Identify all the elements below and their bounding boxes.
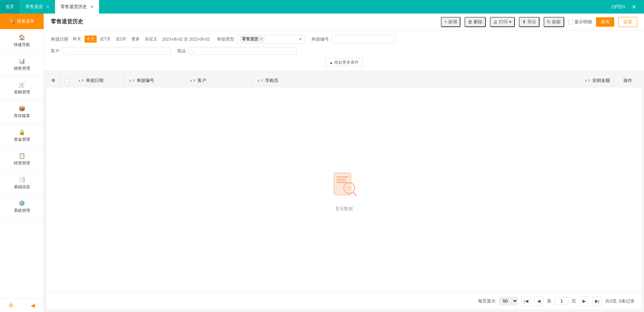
sidebar-label-system: 系统管理 xyxy=(14,208,30,214)
sidebar-label-purchase-mgmt: 采购管理 xyxy=(14,89,30,95)
search-icon: 🔍 xyxy=(9,19,15,24)
date-btn-more[interactable]: 更多 xyxy=(129,36,142,43)
retail-return-tab-label: 零售退货 xyxy=(25,4,43,10)
doc-type-select[interactable]: 零售退货 ✕ ▾ xyxy=(237,35,305,44)
svg-line-6 xyxy=(353,192,356,196)
sidebar-item-sales-mgmt[interactable]: 📊 销售管理 xyxy=(0,53,44,76)
show-detail-checkbox-group[interactable]: 显示明细 xyxy=(568,19,592,25)
next-page-button[interactable]: ▶ xyxy=(579,296,589,306)
doc-num-filter: 单据编号 xyxy=(311,35,396,43)
th-check[interactable] xyxy=(60,74,74,87)
retail-return-tab-close[interactable]: ✕ xyxy=(46,5,49,9)
date-btn-today[interactable]: 今天 xyxy=(85,36,97,43)
delete-button[interactable]: 🗑 删除 xyxy=(464,17,486,27)
tab-retail-return-history[interactable]: 零售退货历史 ✕ xyxy=(55,0,99,14)
sidebar-item-quick-nav[interactable]: 🏠 快捷导航 xyxy=(0,29,44,53)
home-icon: 🏠 xyxy=(19,34,25,41)
date-buttons: 昨天 今天 近7天 近1月 更多 自定义 xyxy=(71,36,159,43)
new-icon: + xyxy=(444,19,447,24)
sidebar-label-sales-mgmt: 销售管理 xyxy=(14,66,30,71)
collapse-button[interactable]: ▲ 收起更多条件 xyxy=(325,58,363,67)
th-customer-label: 客户 xyxy=(197,77,206,84)
export-button[interactable]: ⬆ 导出 xyxy=(519,17,540,27)
sort-icon-doc-date[interactable]: ▲▼ xyxy=(78,79,85,82)
doc-type-tag-close[interactable]: ✕ xyxy=(260,37,263,41)
print-button[interactable]: 🖨 打印 ▾ xyxy=(490,17,515,27)
svg-rect-0 xyxy=(334,173,351,195)
content-area: 零售退货历史 + 新增 🗑 删除 🖨 打印 ▾ ⬆ 导出 xyxy=(44,14,644,312)
window-close-button[interactable]: ✕ xyxy=(629,2,639,12)
page-number-input[interactable] xyxy=(555,297,568,305)
sidebar-item-finance[interactable]: 🔒 资金管理 xyxy=(0,124,44,148)
page-size-select[interactable]: 10 20 50 100 xyxy=(499,297,518,305)
doc-type-tag-value: 零售退货 xyxy=(242,36,258,42)
empty-illustration xyxy=(327,168,361,202)
th-doc-num: ▲▼ 单据编号 xyxy=(124,74,185,87)
filter-area: 单据日期 昨天 今天 近7天 近1月 更多 自定义 2023-06-02 至 2… xyxy=(44,30,644,71)
tab-home[interactable]: 首页 xyxy=(0,0,20,14)
purchase-icon: 🛒 xyxy=(19,81,25,88)
sort-icon-guide[interactable]: ▲▼ xyxy=(257,79,264,82)
sort-icon-amount[interactable]: ▲▼ xyxy=(584,79,591,82)
tab-retail-return[interactable]: 零售退货 ✕ xyxy=(20,0,55,14)
goods-select[interactable]: ... xyxy=(189,47,297,55)
sidebar-collapse-button[interactable]: ◀ xyxy=(22,298,44,312)
customer-placeholder: ... xyxy=(65,48,69,53)
empty-state: 暂无数据 xyxy=(47,87,641,292)
sidebar-settings-button[interactable]: ⚙ xyxy=(0,298,22,312)
customer-label: 客户 xyxy=(51,48,59,54)
new-label: 新增 xyxy=(448,19,457,25)
refresh-button[interactable]: ↻ 刷新 xyxy=(544,17,564,27)
tab-bar: 首页 零售退货 ✕ 零售退货历史 ✕ xyxy=(0,0,612,14)
last-page-button[interactable]: ▶| xyxy=(592,296,602,306)
page-title: 零售退货历史 xyxy=(51,18,83,25)
query-label: 查询 xyxy=(601,19,610,25)
sidebar-label-quick-nav: 快捷导航 xyxy=(14,42,30,48)
page-header: 零售退货历史 + 新增 🗑 删除 🖨 打印 ▾ ⬆ 导出 xyxy=(44,14,644,30)
sales-icon: 📊 xyxy=(19,58,25,64)
delete-label: 删除 xyxy=(474,19,482,25)
sort-icon-customer[interactable]: ▲▼ xyxy=(189,79,196,82)
customer-select[interactable]: ... xyxy=(62,47,170,55)
sidebar-item-inventory[interactable]: 📦 库存核算 xyxy=(0,100,44,124)
doc-num-input[interactable] xyxy=(332,35,396,43)
first-page-button[interactable]: |◀ xyxy=(521,296,531,306)
th-settings[interactable]: ⚙ xyxy=(47,74,60,87)
date-btn-yesterday[interactable]: 昨天 xyxy=(71,36,83,43)
sidebar-bottom: ⚙ ◀ xyxy=(0,298,44,312)
sidebar-item-system[interactable]: ⚙️ 系统管理 xyxy=(0,195,44,219)
sidebar-item-purchase-mgmt[interactable]: 🛒 采购管理 xyxy=(0,76,44,100)
query-button[interactable]: 查询 xyxy=(596,17,614,27)
sidebar-item-operation[interactable]: 📋 经营管理 xyxy=(0,148,44,171)
system-icon: ⚙️ xyxy=(19,200,25,206)
customer-filter: 客户 ... xyxy=(51,47,170,55)
svg-rect-7 xyxy=(347,187,351,188)
export-icon: ⬆ xyxy=(522,19,526,24)
sort-icon-doc-num[interactable]: ▲▼ xyxy=(128,79,135,82)
sidebar: 🔍 搜索菜单 🏠 快捷导航 📊 销售管理 🛒 采购管理 📦 库存核算 🔒 资金管… xyxy=(0,14,44,312)
sidebar-item-basic-info[interactable]: 📑 基础信息 xyxy=(0,171,44,195)
search-menu-button[interactable]: 🔍 搜索菜单 xyxy=(0,14,44,29)
svg-rect-8 xyxy=(347,189,350,190)
th-doc-date: ▲▼ 单据日期 xyxy=(74,74,124,87)
date-btn-1month[interactable]: 近1月 xyxy=(114,36,128,43)
svg-rect-3 xyxy=(336,182,347,183)
table-settings-icon[interactable]: ⚙ xyxy=(51,78,55,83)
new-button[interactable]: + 新增 xyxy=(441,17,460,27)
finance-icon: 🔒 xyxy=(19,129,25,135)
select-all-checkbox[interactable] xyxy=(65,78,69,83)
page-unit: 页 xyxy=(572,298,576,304)
date-btn-custom[interactable]: 自定义 xyxy=(143,36,159,43)
th-doc-num-label: 单据编号 xyxy=(137,77,154,84)
date-btn-7days[interactable]: 近7天 xyxy=(98,36,113,43)
show-detail-checkbox[interactable] xyxy=(568,20,573,24)
settings-button[interactable]: 设置 xyxy=(618,17,637,27)
retail-return-history-tab-close[interactable]: ✕ xyxy=(90,5,93,9)
th-amount-label: 实销金额 xyxy=(592,77,610,84)
retail-return-history-tab-label: 零售退货历史 xyxy=(61,4,87,10)
doc-type-arrow-icon: ▾ xyxy=(299,37,302,42)
th-amount: ▲▼ 实销金额 xyxy=(304,74,614,87)
table-header: ⚙ ▲▼ 单据日期 ▲▼ 单据编号 ▲▼ 客户 ▲▼ xyxy=(47,74,641,87)
prev-page-button[interactable]: ◀ xyxy=(534,296,544,306)
collapse-icon: ▲ xyxy=(329,60,333,65)
